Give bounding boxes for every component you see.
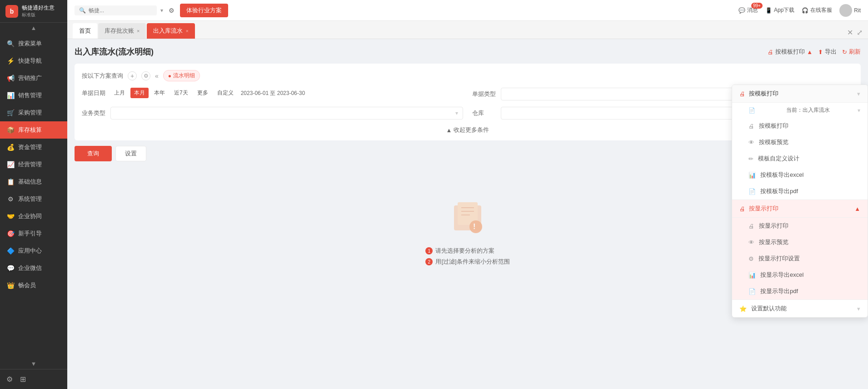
business-type-select[interactable]: ▾ bbox=[110, 107, 463, 120]
scroll-up[interactable]: ▲ bbox=[0, 23, 67, 33]
collapse-icon: ▲ bbox=[446, 127, 452, 134]
svg-point-5 bbox=[469, 220, 482, 233]
date-btn-custom[interactable]: 自定义 bbox=[214, 88, 237, 98]
date-btn-prev-month[interactable]: 上月 bbox=[110, 88, 129, 98]
sales-icon: 📊 bbox=[6, 92, 15, 99]
print-display-excel-item[interactable]: 📊 按显示导出excel bbox=[732, 267, 868, 283]
topbar-search-box[interactable]: 🔍 bbox=[75, 5, 157, 15]
sidebar-item-sales[interactable]: 📊 销售管理 bbox=[0, 87, 67, 104]
collapse-more-btn[interactable]: ▲ 收起更多条件 bbox=[446, 126, 489, 134]
sidebar-item-cooperation[interactable]: 🤝 企业协同 bbox=[0, 208, 67, 225]
print-dropdown-panel: 🖨 按模板打印 ▾ 📄 当前：出入库流水 ▾ 🖨 按模板打印 👁 按模板预览 bbox=[732, 85, 868, 318]
sidebar-footer: ⚙ ⊞ bbox=[0, 369, 67, 389]
tip-item-2: 2 用[过滤]条件来缩小分析范围 bbox=[425, 258, 509, 266]
sidebar-item-label: 快捷导航 bbox=[18, 57, 42, 65]
print-display-preview-item[interactable]: 👁 按显示预览 bbox=[732, 234, 868, 250]
print-template-section: 🖨 按模板打印 ▾ 📄 当前：出入库流水 ▾ 🖨 按模板打印 👁 按模板预览 bbox=[732, 85, 868, 199]
inventory-icon: 📦 bbox=[6, 126, 15, 134]
close-window-btn[interactable]: ✕ bbox=[847, 28, 853, 37]
sidebar-item-inventory[interactable]: 📦 库存核算 bbox=[0, 121, 67, 139]
sidebar-item-member[interactable]: 👑 畅会员 bbox=[0, 277, 67, 294]
query-btn[interactable]: 查询 bbox=[75, 146, 112, 161]
app-download-icon: 📱 bbox=[765, 7, 772, 14]
tabbar: 首页 库存批次账 × 出入库流水 × ✕ ⤢ bbox=[67, 21, 868, 39]
sidebar-item-guide[interactable]: 🎯 新手引导 bbox=[0, 225, 67, 242]
filter-settings-btn[interactable]: ⚙ bbox=[141, 71, 150, 80]
sidebar-item-label: 企业微信 bbox=[18, 264, 42, 272]
settings-display-btn[interactable]: 设置 bbox=[115, 146, 146, 161]
sidebar-item-apps[interactable]: 🔷 应用中心 bbox=[0, 242, 67, 259]
industry-btn[interactable]: 体验行业方案 bbox=[180, 4, 228, 17]
print-display-settings-item[interactable]: ⚙ 按显示打印设置 bbox=[732, 250, 868, 267]
sidebar-item-label: 企业协同 bbox=[18, 212, 42, 220]
collapse-sidebar-icon[interactable]: ⊞ bbox=[20, 375, 26, 384]
empty-state-icon: ! bbox=[445, 194, 490, 239]
filter-add-btn[interactable]: + bbox=[128, 71, 137, 80]
date-btn-more[interactable]: 更多 bbox=[194, 88, 212, 98]
sidebar-item-marketing[interactable]: 📢 营销推广 bbox=[0, 70, 67, 87]
tab-inout-flow[interactable]: 出入库流水 × bbox=[147, 23, 195, 39]
inventory-batch-tab-close[interactable]: × bbox=[137, 28, 140, 34]
scroll-down[interactable]: ▼ bbox=[0, 359, 67, 369]
template-customize-item[interactable]: ✏ 模板自定义设计 bbox=[732, 150, 868, 167]
set-default-btn[interactable]: ⭐ 设置默认功能 ▾ bbox=[732, 299, 868, 317]
maximize-window-btn[interactable]: ⤢ bbox=[857, 28, 863, 37]
print-display-section-header[interactable]: 🖨 按显示打印 ▲ bbox=[732, 200, 868, 218]
print-display-print-icon: 🖨 bbox=[748, 223, 754, 229]
print-display-pdf-item[interactable]: 📄 按显示导出pdf bbox=[732, 283, 868, 299]
print-display-print-item[interactable]: 🖨 按显示打印 bbox=[732, 218, 868, 234]
settings-icon[interactable]: ⚙ bbox=[6, 375, 13, 384]
sidebar-item-search[interactable]: 🔍 搜索菜单 bbox=[0, 35, 67, 52]
search-input[interactable] bbox=[89, 7, 152, 14]
print-template-preview-item[interactable]: 👁 按模板预览 bbox=[732, 134, 868, 150]
export-btn[interactable]: ⬆ 导出 bbox=[818, 48, 837, 56]
print-display-section: 🖨 按显示打印 ▲ 🖨 按显示打印 👁 按显示预览 ⚙ 按显示打印设置 bbox=[732, 200, 868, 299]
search-dropdown-icon[interactable]: ▾ bbox=[160, 7, 163, 14]
filter-tag-label: 流水明细 bbox=[173, 72, 195, 80]
refresh-btn[interactable]: ↻ 刷新 bbox=[842, 48, 861, 56]
app-download-btn[interactable]: 📱 App下载 bbox=[765, 6, 794, 14]
business-type-chevron: ▾ bbox=[455, 110, 458, 116]
date-field: 单据日期 上月 本月 本年 近7天 更多 自定义 2023-06-01 至 20… bbox=[82, 88, 463, 98]
topbar-gear-icon[interactable]: ⚙ bbox=[169, 7, 175, 14]
message-btn[interactable]: 💬 消息 99+ bbox=[738, 6, 758, 14]
print-template-btn[interactable]: 🖨 按模板打印 ▲ bbox=[768, 48, 813, 56]
sidebar-nav: 🔍 搜索菜单 ⚡ 快捷导航 📢 营销推广 📊 销售管理 🛒 采购管理 📦 库存核… bbox=[0, 33, 67, 359]
print-display-excel-label: 按显示导出excel bbox=[760, 271, 803, 279]
print-template-section-header[interactable]: 🖨 按模板打印 ▾ bbox=[732, 85, 868, 103]
basic-icon: 📋 bbox=[6, 178, 15, 185]
filter-collapse-icon[interactable]: « bbox=[155, 72, 159, 80]
tab-home[interactable]: 首页 bbox=[73, 23, 97, 39]
sidebar-item-wechat[interactable]: 💬 企业微信 bbox=[0, 259, 67, 277]
refresh-icon: ↻ bbox=[842, 49, 847, 55]
template-export-excel-item[interactable]: 📊 按模板导出excel bbox=[732, 167, 868, 183]
sidebar-item-finance[interactable]: 💰 资金管理 bbox=[0, 139, 67, 156]
print-current-arrow[interactable]: ▾ bbox=[858, 107, 860, 114]
quick-nav-icon: ⚡ bbox=[6, 57, 15, 65]
user-avatar-area[interactable]: Rit bbox=[839, 4, 861, 17]
customer-service-btn[interactable]: 🎧 在线客服 bbox=[802, 6, 832, 14]
business-type-label: 业务类型 bbox=[82, 109, 107, 117]
date-btn-this-year[interactable]: 本年 bbox=[150, 88, 169, 98]
page-title: 出入库流水(流水明细) bbox=[75, 46, 154, 57]
tab-inventory-batch[interactable]: 库存批次账 × bbox=[98, 23, 146, 39]
sidebar-item-system[interactable]: ⚙ 系统管理 bbox=[0, 190, 67, 208]
sidebar-item-basic[interactable]: 📋 基础信息 bbox=[0, 173, 67, 190]
inout-flow-tab-close[interactable]: × bbox=[185, 28, 188, 34]
tip-item-1: 1 请先选择要分析的方案 bbox=[425, 247, 509, 255]
print-template-print-item[interactable]: 🖨 按模板打印 bbox=[732, 118, 868, 134]
user-name: Rit bbox=[854, 7, 861, 14]
filter-tag[interactable]: ● 流水明细 bbox=[163, 70, 200, 81]
print-display-settings-label: 按显示打印设置 bbox=[758, 254, 800, 263]
sidebar-item-label: 畅会员 bbox=[18, 281, 36, 289]
sidebar-item-label: 营销推广 bbox=[18, 74, 42, 82]
date-btn-this-month[interactable]: 本月 bbox=[130, 88, 149, 98]
sidebar-item-operations[interactable]: 📈 经营管理 bbox=[0, 156, 67, 173]
date-btn-7days[interactable]: 近7天 bbox=[170, 88, 192, 98]
sidebar-item-quick-nav[interactable]: ⚡ 快捷导航 bbox=[0, 52, 67, 70]
system-icon: ⚙ bbox=[6, 195, 15, 203]
set-default-label: 设置默认功能 bbox=[751, 304, 787, 313]
print-dropdown-arrow[interactable]: ▲ bbox=[807, 49, 813, 55]
template-export-pdf-item[interactable]: 📄 按模板导出pdf bbox=[732, 183, 868, 199]
sidebar-item-purchase[interactable]: 🛒 采购管理 bbox=[0, 104, 67, 121]
